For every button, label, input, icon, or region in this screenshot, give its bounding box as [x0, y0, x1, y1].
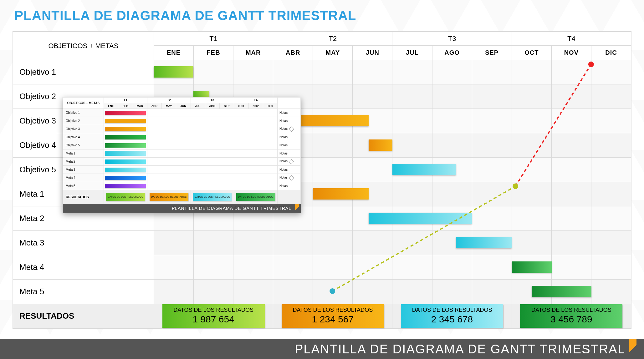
inset-result-box: DATOS DE LOS RESULTADOS	[106, 193, 145, 201]
result-box-t1: DATOS DE LOS RESULTADOS1 987 654	[162, 304, 265, 328]
diamond-icon	[289, 126, 294, 132]
result-box-label: DATOS DE LOS RESULTADOS	[403, 307, 501, 313]
result-box-t4: DATOS DE LOS RESULTADOS3 456 789	[520, 304, 622, 328]
inset-row: Meta 1	[63, 149, 104, 158]
month-nov: NOV	[551, 46, 591, 60]
month-sep: SEP	[472, 46, 512, 60]
month-dic: DIC	[591, 46, 631, 60]
page-title: PLANTILLA DE DIAGRAMA DE GANTT TRIMESTRA…	[14, 8, 356, 23]
result-value: 1 987 654	[164, 314, 263, 325]
quarter-t4: T4	[512, 32, 631, 46]
header-objectives-metas: OBJETICOS + METAS	[13, 32, 154, 60]
month-feb: FEB	[194, 46, 233, 60]
inset-row: Objetivo 2	[63, 117, 104, 125]
inset-q3: T3	[191, 98, 234, 103]
inset-q1: T1	[104, 98, 147, 103]
result-value: 3 456 789	[522, 314, 621, 325]
inset-row: Objetivo 5	[63, 141, 104, 149]
month-jul: JUL	[392, 46, 432, 60]
month-ene: ENE	[154, 46, 194, 60]
inset-notes: Notas	[278, 133, 301, 141]
inset-notes: Notas	[278, 149, 301, 158]
result-box-t2: DATOS DE LOS RESULTADOS1 234 567	[282, 304, 384, 328]
month-may: MAY	[313, 46, 353, 60]
row-label: Objetivo 1	[13, 60, 154, 84]
inset-notes: Notas	[278, 125, 301, 133]
diamond-icon	[289, 175, 294, 180]
inset-row: Objetivo 3	[63, 125, 104, 133]
result-value: 1 234 567	[284, 314, 382, 325]
results-label: RESULTADOS	[13, 304, 154, 328]
inset-results-label: RESULTADOS	[63, 190, 104, 204]
inset-notes: Notas	[278, 174, 301, 182]
month-mar: MAR	[233, 46, 273, 60]
inset-notes: Notas	[278, 117, 301, 125]
inset-row: Objetivo 4	[63, 133, 104, 141]
row-label: Meta 5	[13, 280, 154, 304]
row-label: Meta 4	[13, 255, 154, 280]
month-oct: OCT	[512, 46, 551, 60]
month-ago: AGO	[432, 46, 472, 60]
month-abr: ABR	[273, 46, 313, 60]
result-box-t3: DATOS DE LOS RESULTADOS2 345 678	[401, 304, 503, 328]
inset-header: OBJETICOS + METAS	[63, 98, 104, 109]
month-jun: JUN	[353, 46, 392, 60]
inset-q2: T2	[147, 98, 191, 103]
inset-q4: T4	[234, 98, 278, 103]
result-value: 2 345 678	[403, 314, 501, 325]
inset-notes: Notas	[278, 109, 301, 117]
quarter-t3: T3	[392, 32, 512, 46]
inset-row: Meta 5	[63, 182, 104, 190]
row-label: Meta 3	[13, 231, 154, 255]
footer-bar: PLANTILLA DE DIAGRAMA DE GANTT TRIMESTRA…	[0, 339, 644, 359]
inset-result-box: DATOS DE LOS RESULTADOS	[193, 193, 232, 201]
footer-title: PLANTILLA DE DIAGRAMA DE GANTT TRIMESTRA…	[295, 342, 625, 356]
inset-result-box: DATOS DE LOS RESULTADOS	[150, 193, 188, 201]
inset-preview-card: OBJETICOS + METAS T1 T2 T3 T4 ENEFEBMAR …	[63, 97, 301, 213]
result-box-label: DATOS DE LOS RESULTADOS	[284, 307, 382, 313]
result-box-label: DATOS DE LOS RESULTADOS	[164, 307, 263, 313]
orange-chip-icon	[629, 339, 636, 359]
inset-row: Objetivo 1	[63, 109, 104, 117]
diamond-icon	[289, 159, 294, 164]
inset-notes: Notas	[278, 166, 301, 174]
inset-footer: PLANTILLA DE DIAGRAMA DE GANTT TRIMESTRA…	[63, 204, 301, 213]
quarter-t2: T2	[273, 32, 392, 46]
inset-row: Meta 4	[63, 174, 104, 182]
inset-row: Meta 3	[63, 166, 104, 174]
inset-notes: Notas	[278, 158, 301, 166]
inset-notes: Notas	[278, 141, 301, 149]
result-box-label: DATOS DE LOS RESULTADOS	[522, 307, 621, 313]
inset-footer-title: PLANTILLA DE DIAGRAMA DE GANTT TRIMESTRA…	[172, 206, 291, 211]
inset-row: Meta 2	[63, 158, 104, 166]
inset-notes: Notas	[278, 182, 301, 190]
quarter-t1: T1	[154, 32, 273, 46]
inset-result-box: DATOS DE LOS RESULTADOS	[236, 193, 275, 201]
orange-chip-icon	[295, 204, 299, 213]
